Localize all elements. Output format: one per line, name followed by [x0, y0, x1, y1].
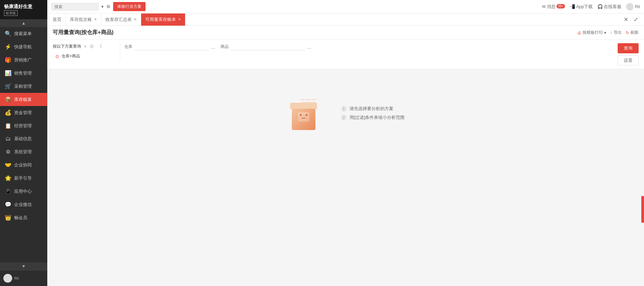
sidebar-item-label: 采购管理 — [14, 83, 32, 89]
chat-icon: 💬 — [5, 201, 11, 208]
box-icon: 📦 — [5, 96, 11, 103]
sidebar-item-apps[interactable]: 📱 应用中心 — [0, 185, 47, 198]
tabs-bar: 首页 库存批次账 ✕ 收发存汇总表 ✕ 可用量库存账本 ✕ ✕ ⤢ — [47, 14, 644, 26]
folder-icon: 🗂 — [5, 136, 11, 142]
sidebar-item-member[interactable]: 👑 畅会员 — [0, 211, 47, 224]
avatar — [3, 274, 12, 283]
sidebar-item-search[interactable]: 🔍 搜索菜单 — [0, 27, 47, 40]
tab-summary-close[interactable]: ✕ — [134, 17, 137, 22]
sidebar-item-marketing[interactable]: 🎁 营销推广 — [0, 53, 47, 67]
scheme-item-warehouse[interactable]: ⊙ 仓库+商品 — [53, 52, 116, 60]
refresh-label: 刷新 — [630, 30, 639, 35]
tab-batch[interactable]: 库存批次账 ✕ — [66, 14, 101, 26]
user-avatar — [626, 3, 634, 10]
goods-label: 商品 — [221, 44, 229, 50]
message-badge: 99+ — [557, 4, 565, 8]
tab-available-label: 可用量库存账本 — [145, 17, 176, 23]
sidebar-item-inventory[interactable]: 📦 库存核算 — [0, 93, 47, 106]
app-edition: 标准版 — [4, 10, 18, 16]
app-download-label: App下载 — [576, 4, 593, 10]
tab-batch-close[interactable]: ✕ — [94, 17, 97, 22]
goods-dots-btn[interactable]: ... — [307, 44, 311, 50]
star-icon: 🌟 — [5, 175, 11, 181]
scheme-collapse-btn[interactable]: 《 — [97, 43, 103, 49]
hint-num-1: 1 — [341, 106, 347, 112]
tab-available-close[interactable]: ✕ — [178, 17, 181, 22]
online-service-label: 在线客服 — [604, 4, 621, 10]
dropdown-btn[interactable]: ▾ — [101, 4, 104, 9]
filter-row: 仓库 ... 商品 ... — [124, 43, 614, 50]
export-btn[interactable]: ↑ 导出 — [610, 30, 622, 35]
topbar-right: ✉ 消息 99+ 📲 App下载 🎧 在线客服 Rit — [542, 3, 640, 10]
crown-icon: 👑 — [5, 214, 11, 221]
settings-btn[interactable]: 设置 — [618, 55, 639, 66]
tab-summary[interactable]: 收发存汇总表 ✕ — [101, 14, 141, 26]
sidebar-item-quick[interactable]: ⚡ 快捷导航 — [0, 40, 47, 53]
print-btn[interactable]: 🖨 按模板打印 ▾ — [577, 30, 606, 35]
warehouse-input[interactable] — [134, 43, 209, 50]
warehouse-dots-btn[interactable]: ... — [211, 44, 215, 50]
goods-field: 商品 ... — [221, 43, 311, 50]
user-area: Rit — [626, 3, 640, 10]
sidebar-item-label: 库存核算 — [14, 97, 32, 103]
sidebar-item-label: 营销推广 — [14, 57, 32, 63]
sidebar-item-label: 企业微信 — [14, 202, 32, 208]
tab-home[interactable]: 首页 — [49, 14, 66, 26]
tab-close-btn[interactable]: ✕ — [622, 16, 630, 23]
industry-btn[interactable]: 体验行业方案 — [113, 2, 146, 11]
page-title: 可用量查询(按仓库+商品) — [53, 29, 113, 36]
tab-summary-label: 收发存汇总表 — [105, 17, 132, 23]
sidebar-scroll-down[interactable]: ▼ — [0, 262, 47, 270]
box-face — [298, 112, 309, 122]
sidebar-footer: Rit — [0, 270, 47, 286]
hint-text-2: 用[过滤]条件来缩小分析范围 — [350, 114, 405, 121]
tab-available[interactable]: 可用量库存账本 ✕ — [141, 14, 185, 26]
gear-icon: ⚙ — [5, 149, 11, 155]
tab-batch-label: 库存批次账 — [70, 17, 92, 23]
message-btn[interactable]: ✉ 消息 99+ — [542, 4, 565, 10]
scheme-add-btn[interactable]: + — [83, 44, 87, 49]
hint-item-1: 1 请先选择要分析的方案 — [341, 106, 405, 112]
sidebar-item-operation[interactable]: 📋 经营管理 — [0, 119, 47, 132]
topbar-search-input[interactable] — [51, 3, 99, 10]
print-label: 按模板打印 — [583, 30, 603, 35]
right-scrollbar[interactable] — [641, 196, 644, 223]
download-icon: 📲 — [570, 4, 575, 9]
tab-expand-btn[interactable]: ⤢ — [632, 16, 640, 23]
gear-icon: ⚙ — [106, 4, 110, 9]
sidebar-item-wechat[interactable]: 💬 企业微信 — [0, 198, 47, 211]
goods-input[interactable] — [231, 43, 305, 50]
scheme-section: 按以下方案查询 + ⊙ 《 ⊙ 仓库+商品 — [53, 43, 120, 60]
scheme-settings-btn[interactable]: ⊙ — [89, 44, 95, 49]
sidebar-item-finance[interactable]: 💰 资金管理 — [0, 106, 47, 119]
settings-btn[interactable]: ⚙ — [106, 4, 110, 9]
quick-icon: ⚡ — [5, 44, 11, 50]
username-label: Rit — [635, 4, 640, 9]
sidebar-item-guide[interactable]: 🌟 新手引导 — [0, 172, 47, 185]
app-download-btn[interactable]: 📲 App下载 — [570, 4, 593, 10]
chevron-down-icon: ▾ — [101, 4, 104, 9]
sidebar-item-label: 应用中心 — [14, 188, 32, 194]
online-service-btn[interactable]: 🎧 在线客服 — [597, 4, 621, 10]
page-header: 可用量查询(按仓库+商品) 🖨 按模板打印 ▾ ↑ 导出 ↻ 刷新 — [47, 26, 644, 40]
sidebar-item-system[interactable]: ⚙ 系统管理 — [0, 145, 47, 158]
user-name: Rit — [14, 276, 19, 280]
scheme-title: 按以下方案查询 — [53, 44, 81, 49]
sidebar-item-label: 新手引导 — [14, 175, 32, 181]
warehouse-field: 仓库 ... — [124, 43, 215, 50]
sidebar-scroll-up[interactable]: ▲ — [0, 19, 47, 27]
handshake-icon: 🤝 — [5, 162, 11, 168]
empty-illustration — [287, 96, 327, 130]
query-btn[interactable]: 查询 — [618, 43, 639, 53]
export-label: 导出 — [614, 30, 622, 35]
print-dropdown-icon: ▾ — [604, 30, 606, 35]
sidebar-item-corp[interactable]: 🤝 企业协同 — [0, 158, 47, 172]
sidebar-item-basic[interactable]: 🗂 基础信息 — [0, 132, 47, 145]
refresh-btn[interactable]: ↻ 刷新 — [626, 30, 639, 35]
cart-icon: 🛒 — [5, 83, 11, 89]
box-top — [290, 103, 317, 109]
sidebar-item-sales[interactable]: 📊 销售管理 — [0, 67, 47, 80]
gift-icon: 🎁 — [5, 57, 11, 63]
sidebar-item-label: 搜索菜单 — [14, 31, 32, 37]
sidebar-item-purchase[interactable]: 🛒 采购管理 — [0, 80, 47, 93]
